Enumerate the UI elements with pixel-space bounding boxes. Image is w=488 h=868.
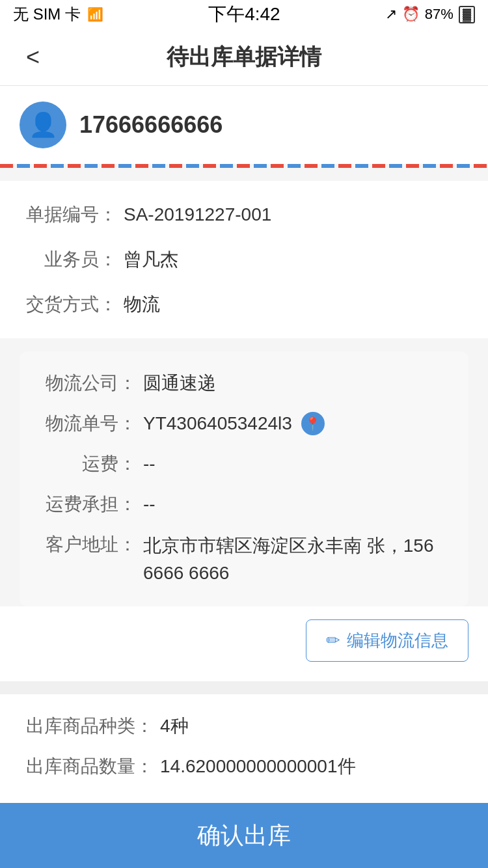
battery-icon: ▓ [459,6,475,23]
delivery-method-row: 交货方式： 物流 [26,290,462,319]
goods-type-label: 出库商品种类： [26,714,154,739]
tracking-number-label: 物流单号： [46,411,137,436]
goods-type-value: 4种 [160,714,189,739]
avatar-icon: 👤 [29,111,58,139]
logistics-company-value: 圆通速递 [143,371,442,396]
carrier-text: 无 SIM 卡 [13,4,81,25]
time-text: 下午4:42 [208,2,280,27]
freight-value: -- [143,454,442,474]
freight-bearer-value: -- [143,494,442,515]
customer-phone: 17666666666 [79,111,223,139]
sales-person-row: 业务员： 曾凡杰 [26,245,462,275]
delivery-method-value: 物流 [124,290,462,319]
confirm-btn-label: 确认出库 [197,820,291,852]
freight-label: 运费： [46,452,137,476]
order-info-section: 单据编号： SA-20191227-001 业务员： 曾凡杰 交货方式： 物流 [0,181,488,338]
tracking-number-value: YT43064053424l3 📍 [143,412,442,435]
edit-icon: ✏ [326,631,340,651]
status-left: 无 SIM 卡 📶 [13,4,103,25]
back-button[interactable]: < [20,37,46,77]
address-value: 北京市市辖区海淀区永丰南 张，156 6666 6666 [143,532,442,587]
delivery-method-label: 交货方式： [26,290,117,319]
edit-logistics-button[interactable]: ✏ 编辑物流信息 [306,619,468,662]
edit-btn-row: ✏ 编辑物流信息 [0,606,488,681]
dashed-border [0,164,488,168]
section-divider [0,681,488,694]
status-right: ↗ ⏰ 87% ▓ [385,6,475,23]
order-number-row: 单据编号： SA-20191227-001 [26,200,462,230]
wifi-icon: 📶 [87,7,103,22]
goods-quantity-label: 出库商品数量： [26,754,154,779]
goods-quantity-value: 14.620000000000001件 [160,754,356,779]
status-bar: 无 SIM 卡 📶 下午4:42 ↗ ⏰ 87% ▓ [0,0,488,29]
logistics-company-row: 物流公司： 圆通速递 [46,371,442,396]
avatar: 👤 [20,102,66,148]
sales-person-value: 曾凡杰 [124,245,462,275]
location-icon: ↗ [385,6,397,23]
customer-header: 👤 17666666666 [0,86,488,164]
logistics-box: 物流公司： 圆通速递 物流单号： YT43064053424l3 📍 运费： -… [20,351,468,606]
address-label: 客户地址： [46,532,137,557]
page-title: 待出库单据详情 [167,42,321,72]
freight-bearer-row: 运费承担： -- [46,492,442,517]
tracking-number-row: 物流单号： YT43064053424l3 📍 [46,411,442,436]
edit-btn-label: 编辑物流信息 [347,629,448,652]
goods-quantity-row: 出库商品数量： 14.620000000000001件 [26,754,462,779]
logistics-company-label: 物流公司： [46,371,137,396]
goods-type-row: 出库商品种类： 4种 [26,714,462,739]
nav-bar: < 待出库单据详情 [0,29,488,86]
location-icon: 📍 [301,412,325,435]
freight-bearer-label: 运费承担： [46,492,137,517]
order-number-label: 单据编号： [26,200,117,230]
freight-row: 运费： -- [46,452,442,476]
goods-section: 出库商品种类： 4种 出库商品数量： 14.620000000000001件 [0,694,488,798]
confirm-btn-bar[interactable]: 确认出库 [0,803,488,868]
battery-text: 87% [425,6,454,23]
sales-person-label: 业务员： [26,245,117,275]
address-row: 客户地址： 北京市市辖区海淀区永丰南 张，156 6666 6666 [46,532,442,587]
alarm-icon: ⏰ [402,6,420,23]
order-number-value: SA-20191227-001 [124,200,462,230]
